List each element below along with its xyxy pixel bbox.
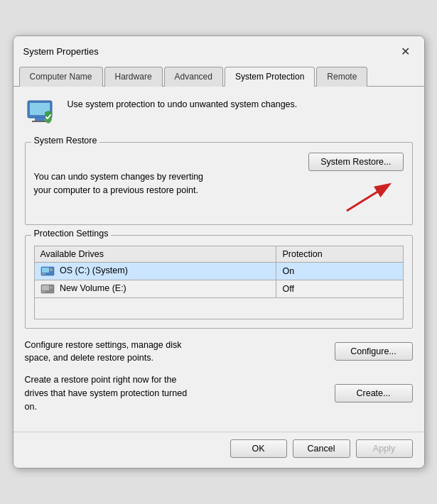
tabs-bar: Computer Name Hardware Advanced System P… [14,60,424,87]
table-row-empty [34,297,403,319]
tab-advanced[interactable]: Advanced [164,67,223,87]
col-protection: Protection [276,246,403,262]
cancel-button[interactable]: Cancel [293,439,350,458]
create-button[interactable]: Create... [335,384,413,402]
apply-button[interactable]: Apply [356,439,413,458]
drive-name-c: OS (C:) (System) [34,262,276,280]
tab-content: Use system protection to undo unwanted s… [14,87,424,432]
svg-rect-2 [35,118,45,121]
ok-button[interactable]: OK [230,439,287,458]
system-restore-label: System Restore [31,136,100,146]
system-restore-content: You can undo system changes by reverting… [34,153,404,216]
system-properties-dialog: System Properties ✕ Computer Name Hardwa… [13,35,425,469]
table-row[interactable]: New Volume (E:) Off [34,280,403,297]
drive-icon-c [41,265,55,277]
title-bar: System Properties ✕ [14,36,424,60]
info-row: Use system protection to undo unwanted s… [25,97,413,131]
dialog-title: System Properties [23,46,99,57]
arrow-area: System Restore... [308,153,403,216]
tab-remote[interactable]: Remote [316,67,367,87]
svg-rect-9 [42,273,45,275]
protection-status-c: On [276,262,403,280]
drives-table: Available Drives Protection [34,246,404,319]
protection-settings-section: Protection Settings Available Drives Pro… [25,235,413,329]
create-row: Create a restore point right now for the… [25,373,413,413]
configure-button[interactable]: Configure... [335,342,413,361]
svg-point-8 [50,268,53,271]
svg-rect-13 [42,291,45,292]
protection-settings-label: Protection Settings [31,229,112,239]
system-restore-section: System Restore You can undo system chang… [25,142,413,225]
close-button[interactable]: ✕ [397,43,414,60]
table-row[interactable]: OS (C:) (System) On [34,262,403,280]
drive-icon-e [41,283,55,295]
info-description: Use system protection to undo unwanted s… [68,97,298,109]
tab-system-protection[interactable]: System Protection [225,67,315,87]
footer-bar: OK Cancel Apply [14,432,424,468]
protection-status-e: Off [276,280,403,297]
system-protection-icon [25,97,59,131]
svg-rect-3 [32,121,46,122]
configure-row: Configure restore settings, manage disk … [25,339,413,366]
system-restore-description: You can undo system changes by reverting… [34,170,205,197]
svg-rect-11 [42,285,49,290]
red-arrow-icon [333,177,404,216]
create-description: Create a restore point right now for the… [25,373,195,413]
drive-name-e: New Volume (E:) [34,280,276,297]
svg-rect-7 [42,268,49,273]
tab-hardware[interactable]: Hardware [104,67,163,87]
system-restore-button[interactable]: System Restore... [308,153,403,171]
svg-point-12 [50,286,53,289]
tab-computer-name[interactable]: Computer Name [19,67,103,87]
svg-line-5 [347,185,388,211]
configure-description: Configure restore settings, manage disk … [25,339,195,366]
col-available-drives: Available Drives [34,246,276,262]
